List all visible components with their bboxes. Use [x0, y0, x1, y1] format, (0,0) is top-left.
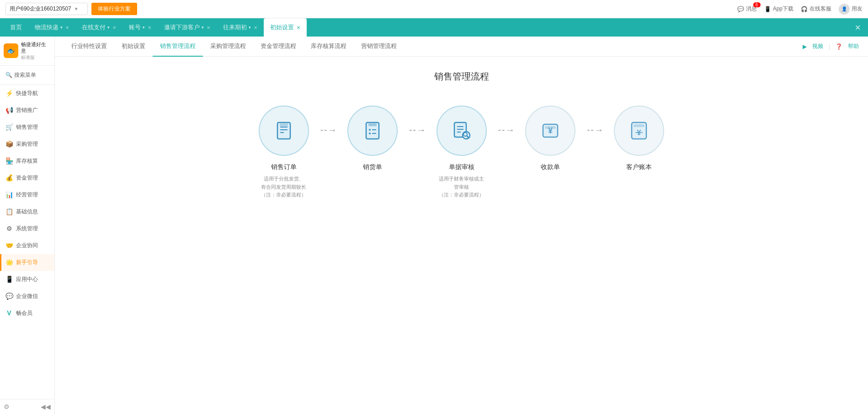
new-guide-label: 新手引导 — [16, 259, 38, 266]
svg-rect-6 — [368, 123, 377, 126]
sidebar-item-sys-mgmt[interactable]: ⚙ 系统管理 — [0, 220, 54, 237]
flow-circle-sales-invoice[interactable] — [347, 106, 398, 156]
close-all-tabs-button[interactable]: ✕ — [851, 23, 864, 32]
tab-init[interactable]: 初始设置 ✕ — [264, 18, 307, 37]
finance-mgmt-icon: 💰 — [5, 174, 13, 181]
sub-tab-sales-flow[interactable]: 销售管理流程 — [153, 37, 203, 57]
logo-icon: 🐟 — [4, 43, 18, 58]
svg-rect-22 — [634, 124, 644, 127]
sub-tab-init-settings-label: 初始设置 — [122, 42, 145, 50]
content-area: 行业特性设置 初始设置 销售管理流程 采购管理流程 资金管理流程 库存核算流程 … — [55, 37, 868, 414]
flow-arrow-4: - - → — [587, 106, 602, 135]
tab-payment-close-icon[interactable]: ✕ — [112, 25, 116, 30]
sub-tab-fund-flow-label: 资金管理流程 — [261, 42, 296, 50]
sub-tab-fund-flow[interactable]: 资金管理流程 — [253, 37, 304, 57]
svg-point-7 — [369, 129, 371, 131]
chang-member-icon: V — [5, 309, 13, 317]
sidebar-item-chang-member[interactable]: V 畅会员 — [0, 305, 54, 322]
user-profile-button[interactable]: 👤 用友 — [839, 4, 863, 15]
video-label[interactable]: 视频 — [812, 42, 823, 50]
tab-period[interactable]: 往来期初 ▾ ✕ — [217, 18, 264, 37]
sales-order-icon — [273, 120, 295, 142]
doc-review-icon — [451, 120, 473, 142]
tab-invite[interactable]: 邀请下游客户 ▾ ✕ — [158, 18, 217, 37]
sub-tab-industry[interactable]: 行业特性设置 — [64, 37, 114, 57]
tab-init-label: 初始设置 — [270, 23, 294, 32]
biz-mgmt-label: 经营管理 — [16, 191, 38, 199]
top-bar-right: 💬 消息 6 📱 App下载 🎧 在线客服 👤 用友 — [737, 4, 863, 15]
sub-tab-inventory-flow-label: 库存核算流程 — [311, 42, 346, 50]
enterprise-coop-icon: 🤝 — [5, 242, 13, 249]
flow-arrow-3: - - → — [498, 106, 514, 135]
app-center-label: 应用中心 — [16, 276, 38, 283]
user-name-label: 用友 — [852, 5, 863, 13]
flow-desc-sales-order: 适用于分批发货、有合同发货周期较长（注：非必要流程） — [261, 175, 306, 199]
inventory-icon: 🏪 — [5, 157, 13, 165]
tab-home[interactable]: 首页 — [4, 18, 28, 37]
tab-logistics-arrow-icon: ▾ — [60, 25, 63, 30]
dropdown-arrow-icon: ▼ — [74, 6, 79, 11]
sidebar-item-sales-mgmt[interactable]: 🛒 销售管理 — [0, 119, 54, 136]
tab-period-close-icon[interactable]: ✕ — [254, 25, 257, 30]
flow-label-sales-order: 销售订单 — [271, 163, 297, 171]
sidebar-item-enterprise-coop[interactable]: 🤝 企业协同 — [0, 237, 54, 254]
sub-tab-inventory-flow[interactable]: 库存核算流程 — [304, 37, 354, 57]
basic-info-icon: 📋 — [5, 208, 13, 215]
app-download-label: App下载 — [773, 5, 793, 13]
user-selector[interactable]: 用户690企业1660120507 ▼ — [5, 3, 88, 15]
tab-init-close-icon[interactable]: ✕ — [297, 25, 300, 30]
tab-invite-arrow-icon: ▾ — [202, 25, 204, 30]
trial-button[interactable]: 体验行业方案 — [91, 3, 137, 15]
sub-tab-marketing-flow[interactable]: 营销管理流程 — [354, 37, 404, 57]
tab-account-arrow-icon: ▾ — [143, 25, 145, 30]
search-menu-button[interactable]: 🔍 搜索菜单 — [4, 69, 51, 81]
sidebar-item-finance-mgmt[interactable]: 💰 资金管理 — [0, 170, 54, 186]
tab-logistics-close-icon[interactable]: ✕ — [65, 25, 69, 30]
online-service-button[interactable]: 🎧 在线客服 — [801, 5, 831, 13]
sidebar-item-biz-mgmt[interactable]: 📊 经营管理 — [0, 186, 54, 203]
sub-tab-purchase-flow[interactable]: 采购管理流程 — [203, 37, 253, 57]
collapse-sidebar-button[interactable]: ◀◀ — [41, 403, 51, 410]
sidebar-search-area: 🔍 搜索菜单 — [0, 66, 54, 85]
tab-payment[interactable]: 在线支付 ▾ ✕ — [75, 18, 122, 37]
sub-tab-marketing-flow-label: 营销管理流程 — [361, 42, 397, 50]
sidebar-item-new-guide[interactable]: 🌟 新手引导 — [0, 254, 54, 271]
settings-bottom-button[interactable]: ⚙ — [4, 403, 10, 410]
flow-circle-collection[interactable]: ¥ — [525, 106, 575, 156]
sidebar-item-app-center[interactable]: 📱 应用中心 — [0, 271, 54, 288]
flow-arrow-2: - - → — [409, 106, 425, 135]
sidebar-item-quick-nav[interactable]: ⚡ 快捷导航 — [0, 85, 54, 102]
flow-label-doc-review: 单据审核 — [449, 163, 474, 171]
top-bar-left: 用户690企业1660120507 ▼ 体验行业方案 — [5, 3, 137, 15]
svg-rect-20 — [545, 126, 556, 129]
sidebar-item-basic-info[interactable]: 📋 基础信息 — [0, 203, 54, 220]
app-download-button[interactable]: 📱 App下载 — [764, 5, 793, 13]
flow-desc-doc-review: 适用于财务审核或主管审核（注：非必要流程） — [439, 175, 484, 199]
sub-tab-industry-label: 行业特性设置 — [71, 42, 107, 50]
tab-account[interactable]: 账号 ▾ ✕ — [122, 18, 158, 37]
sys-mgmt-label: 系统管理 — [16, 225, 38, 233]
help-label[interactable]: 帮助 — [848, 42, 859, 50]
video-help-icon: ▶ — [803, 43, 807, 50]
marketing-promo-label: 营销推广 — [16, 106, 38, 114]
tab-invite-close-icon[interactable]: ✕ — [207, 25, 210, 30]
tab-logistics[interactable]: 物流快递 ▾ ✕ — [28, 18, 75, 37]
flow-circle-sales-order[interactable] — [259, 106, 309, 156]
flow-circle-doc-review[interactable] — [437, 106, 487, 156]
sidebar-logo: 🐟 畅捷通好生意 标准版 — [0, 37, 54, 66]
tab-account-close-icon[interactable]: ✕ — [148, 25, 151, 30]
sidebar-item-enterprise-wechat[interactable]: 💬 企业微信 — [0, 288, 54, 305]
enterprise-wechat-icon: 💬 — [5, 292, 13, 300]
sidebar-item-purchase-mgmt[interactable]: 📦 采购管理 — [0, 136, 54, 153]
flow-circle-customer-ledger[interactable]: ¥ — [614, 106, 664, 156]
tab-payment-label: 在线支付 — [82, 23, 106, 32]
page-title: 销售管理流程 — [73, 70, 850, 83]
sidebar-item-marketing-promo[interactable]: 📢 营销推广 — [0, 102, 54, 119]
sidebar-item-inventory[interactable]: 🏪 库存核算 — [0, 153, 54, 170]
tab-period-arrow-icon: ▾ — [249, 25, 251, 30]
top-bar: 用户690企业1660120507 ▼ 体验行业方案 💬 消息 6 📱 App下… — [0, 0, 868, 18]
messages-button[interactable]: 💬 消息 6 — [737, 5, 757, 13]
sub-tab-sales-flow-label: 销售管理流程 — [160, 42, 196, 50]
sub-tab-init-settings[interactable]: 初始设置 — [114, 37, 153, 57]
logo-version: 标准版 — [21, 54, 51, 61]
